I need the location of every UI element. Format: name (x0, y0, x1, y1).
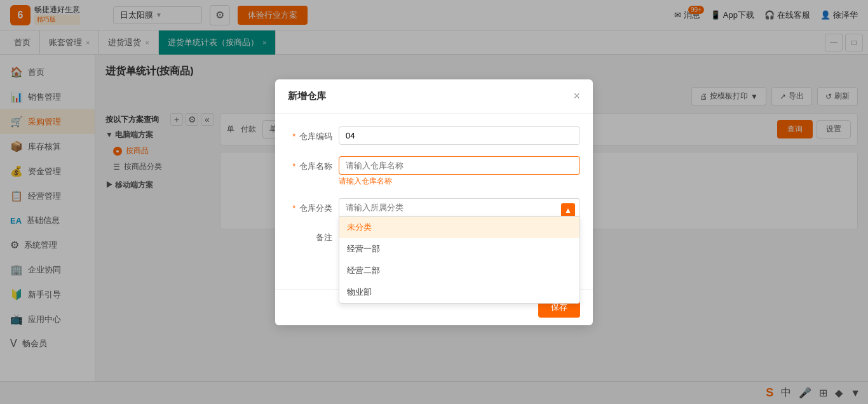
warehouse-name-row: * 仓库名称 请输入仓库名称 (288, 156, 580, 187)
dropdown-item-dept1[interactable]: 经营一部 (339, 238, 580, 260)
dropdown-item-dept2[interactable]: 经营二部 (339, 260, 580, 281)
warehouse-category-row: * 仓库分类 ▲ 未分类 经营一部 经营二部 物业部 (288, 198, 580, 216)
warehouse-code-input[interactable] (339, 126, 580, 145)
modal-close-button[interactable]: × (573, 90, 580, 103)
modal-title: 新增仓库 (288, 90, 326, 102)
category-input[interactable] (339, 198, 580, 216)
modal-header: 新增仓库 × (275, 79, 593, 114)
notes-label: 备注 (288, 227, 339, 243)
category-wrapper: ▲ 未分类 经营一部 经营二部 物业部 (339, 198, 580, 216)
modal-backdrop[interactable]: 新增仓库 × * 仓库编码 * 仓库名称 请输入仓库名称 (0, 0, 868, 404)
warehouse-category-label: * 仓库分类 (288, 198, 339, 214)
add-warehouse-modal: 新增仓库 × * 仓库编码 * 仓库名称 请输入仓库名称 (275, 79, 593, 325)
category-dropdown: 未分类 经营一部 经营二部 物业部 (339, 216, 580, 304)
warehouse-code-row: * 仓库编码 (288, 126, 580, 145)
warehouse-name-label: * 仓库名称 (288, 156, 339, 172)
warehouse-name-error: 请输入仓库名称 (339, 176, 580, 187)
warehouse-code-label: * 仓库编码 (288, 126, 339, 142)
warehouse-name-input[interactable] (339, 156, 580, 175)
category-arrow-button[interactable]: ▲ (561, 203, 575, 217)
dropdown-item-property[interactable]: 物业部 (339, 281, 580, 303)
modal-body: * 仓库编码 * 仓库名称 请输入仓库名称 * (275, 114, 593, 289)
dropdown-item-unclassified[interactable]: 未分类 (339, 217, 580, 238)
